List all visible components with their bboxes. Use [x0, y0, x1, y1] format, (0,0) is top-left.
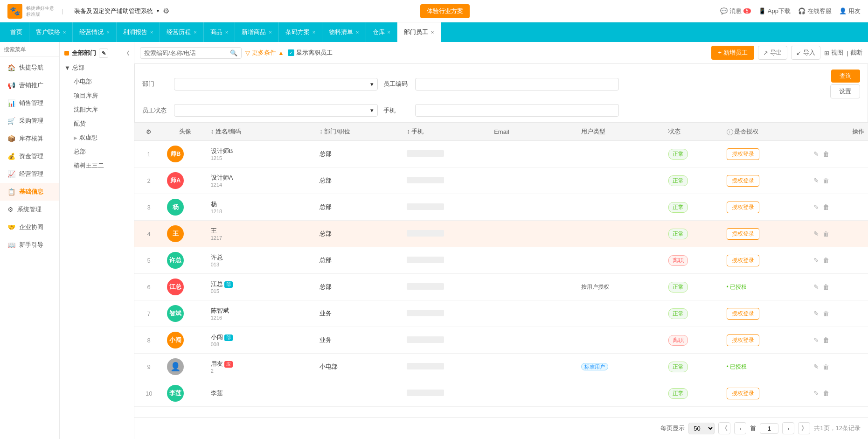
sidebar-item-quicknav[interactable]: 🏠 快捷导航 [0, 59, 59, 77]
auth-login-button[interactable]: 授权登录 [727, 308, 759, 320]
export-button[interactable]: ↗ 导出 [758, 46, 787, 60]
dept-item-zongbu-sub[interactable]: 总部 [60, 145, 134, 159]
app-download-btn[interactable]: 📱 App下载 [758, 7, 791, 15]
delete-icon[interactable]: 🗑 [823, 390, 829, 397]
sidebar-item-system[interactable]: ⚙ 系统管理 [0, 201, 59, 218]
sidebar-item-finance[interactable]: 💰 资金管理 [0, 147, 59, 165]
sidebar-item-operations[interactable]: 📈 经营管理 [0, 165, 59, 183]
first-page-button[interactable]: 《 [718, 422, 730, 434]
filter-empcode-input[interactable] [415, 78, 619, 91]
tab-profit[interactable]: 利润报告× [117, 22, 160, 42]
page-number-input[interactable] [760, 423, 778, 434]
filter-empstatus-select[interactable]: ▾ [174, 104, 378, 117]
edit-icon[interactable]: ✎ [813, 363, 819, 370]
delete-icon[interactable]: 🗑 [823, 150, 829, 158]
filter-phone-input[interactable] [415, 104, 619, 117]
tab-close-icon[interactable]: × [356, 29, 359, 35]
edit-icon[interactable]: ✎ [813, 336, 819, 344]
per-page-select[interactable]: 50 20 100 [688, 423, 715, 434]
message-btn[interactable]: 💬 消息 5 [720, 7, 751, 15]
sidebar-item-sales[interactable]: 📊 销售管理 [0, 94, 59, 112]
add-employee-button[interactable]: + 新增员工 [711, 46, 754, 60]
tab-barcode[interactable]: 条码方案× [279, 22, 322, 42]
tab-bom[interactable]: 物料清单× [322, 22, 366, 42]
sidebar-item-purchase[interactable]: 🛒 采购管理 [0, 112, 59, 130]
tab-goods[interactable]: 商品× [204, 22, 235, 42]
settings-gear-icon[interactable]: ⚙ [163, 7, 169, 15]
delete-icon[interactable]: 🗑 [823, 363, 829, 370]
auth-login-button[interactable]: 授权登录 [727, 148, 759, 160]
last-page-button[interactable]: 》 [798, 422, 810, 434]
delete-icon[interactable]: 🗑 [823, 283, 829, 291]
auth-login-button[interactable]: 授权登录 [727, 334, 759, 346]
delete-icon[interactable]: 🗑 [823, 177, 829, 184]
tab-close-icon[interactable]: × [312, 29, 315, 35]
auth-login-button[interactable]: 授权登录 [727, 175, 759, 187]
delete-icon[interactable]: 🗑 [823, 257, 829, 264]
tab-close-icon[interactable]: × [225, 29, 228, 35]
delete-icon[interactable]: 🗑 [823, 336, 829, 344]
auth-login-button[interactable]: 授权登录 [727, 202, 759, 213]
tab-close-icon[interactable]: × [431, 29, 434, 35]
dept-item-peihuo[interactable]: 配货 [60, 117, 134, 131]
dept-edit-icon[interactable]: ✎ [99, 49, 108, 58]
online-service-btn[interactable]: 🎧 在线客服 [798, 7, 832, 15]
system-dropdown-arrow[interactable]: ▾ [157, 8, 159, 14]
tab-close-icon[interactable]: × [63, 29, 66, 35]
dept-item-shenyang[interactable]: 沈阳大库 [60, 103, 134, 117]
tab-home[interactable]: 首页 [4, 22, 29, 42]
more-filter-btn[interactable]: ▽ 更多条件 ▲ [245, 49, 284, 57]
tab-department[interactable]: 部门员工× [397, 22, 441, 42]
edit-icon[interactable]: ✎ [813, 203, 819, 211]
prev-page-button[interactable]: ‹ [734, 422, 746, 434]
edit-icon[interactable]: ✎ [813, 283, 819, 291]
next-page-button[interactable]: › [782, 422, 794, 434]
sidebar-item-cooperation[interactable]: 🤝 企业协同 [0, 218, 59, 236]
search-menu-input[interactable] [4, 46, 60, 53]
col-phone-header[interactable]: ↕ 手机 [403, 123, 490, 141]
tab-close-icon[interactable]: × [106, 29, 109, 35]
user-profile-btn[interactable]: 👤 用友 [839, 7, 861, 15]
delete-icon[interactable]: 🗑 [823, 203, 829, 211]
dept-collapse-icon[interactable]: 《 [124, 50, 129, 57]
tab-close-icon[interactable]: × [194, 29, 196, 35]
sidebar-item-basicinfo[interactable]: 📋 基础信息 [0, 183, 59, 201]
edit-icon[interactable]: ✎ [813, 230, 819, 237]
tab-close-icon[interactable]: × [269, 29, 271, 35]
auth-login-button[interactable]: 授权登录 [727, 228, 759, 240]
tab-business[interactable]: 经营情况× [73, 22, 116, 42]
tab-close-icon[interactable]: × [388, 29, 390, 35]
col-dept-header[interactable]: ↕ 部门/职位 [316, 123, 403, 141]
edit-icon[interactable]: ✎ [813, 257, 819, 264]
show-resigned-toggle[interactable]: ✓ 显示离职员工 [288, 49, 333, 57]
delete-icon[interactable]: 🗑 [823, 310, 829, 317]
dept-item-xiangmu[interactable]: 项目库房 [60, 89, 134, 103]
col-name-header[interactable]: ↕ 姓名/编码 [207, 123, 316, 141]
auth-login-button[interactable]: 授权登录 [727, 255, 759, 266]
dept-item-xiaodian[interactable]: 小电部 [60, 75, 134, 89]
import-button[interactable]: ↙ 导入 [791, 46, 820, 60]
sidebar-item-guide[interactable]: 📖 新手引导 [0, 236, 59, 254]
dept-item-shuangxu[interactable]: ▶ 双虚想 [60, 131, 134, 145]
search-input[interactable] [144, 49, 228, 56]
tab-history[interactable]: 经营历程× [160, 22, 203, 42]
auth-login-button[interactable]: 授权登录 [727, 388, 759, 399]
tab-customer[interactable]: 客户联络× [29, 22, 73, 42]
tab-add-goods[interactable]: 新增商品× [235, 22, 278, 42]
sidebar-item-inventory[interactable]: 📦 库存核算 [0, 130, 59, 147]
edit-icon[interactable]: ✎ [813, 310, 819, 317]
tab-warehouse[interactable]: 仓库× [366, 22, 397, 42]
tab-close-icon[interactable]: × [150, 29, 153, 35]
delete-icon[interactable]: 🗑 [823, 230, 829, 237]
edit-icon[interactable]: ✎ [813, 177, 819, 184]
view-btn[interactable]: ⊞ 视图 [824, 49, 843, 57]
show-resigned-checkbox[interactable]: ✓ [288, 49, 294, 56]
edit-icon[interactable]: ✎ [813, 390, 819, 397]
col-settings-header[interactable]: ⚙ [134, 123, 163, 141]
filter-dept-select[interactable]: ▾ [174, 78, 378, 91]
dept-item-chunshu[interactable]: 椿树王三二 [60, 159, 134, 173]
query-button[interactable]: 查询 [831, 70, 860, 83]
set-button[interactable]: 设置 [830, 84, 860, 98]
try-industry-button[interactable]: 体验行业方案 [420, 4, 470, 18]
dept-item-zongbu-root[interactable]: ▼ 总部 [60, 61, 134, 75]
